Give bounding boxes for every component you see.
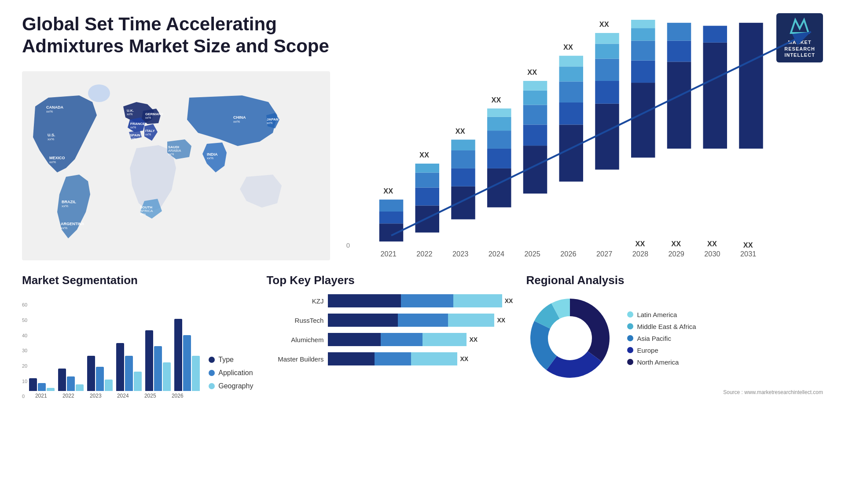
svg-rect-71 (559, 82, 584, 103)
page-container: Global Set Time Accelerating Admixtures … (0, 0, 845, 504)
regional-title: Regional Analysis (526, 274, 823, 287)
svg-text:xx%: xx% (145, 116, 151, 119)
reg-legend-north-america: North America (627, 358, 696, 366)
svg-text:XX: XX (707, 240, 717, 248)
seg-bar-geo-2025 (163, 362, 171, 391)
seg-bar-geo-2024 (134, 372, 142, 391)
legend-item-app: Application (209, 369, 253, 377)
svg-text:xx%: xx% (49, 160, 56, 164)
player-bar-kzj (328, 294, 502, 307)
svg-text:xx%: xx% (207, 156, 213, 160)
bar-2022: XX 2022 (415, 151, 440, 258)
player-bar-wrap-kzj: XX (328, 294, 513, 307)
player-value-russtech: XX (497, 317, 505, 324)
seg-bar-group-2022 (58, 369, 84, 391)
player-row-russtech: RussTech XX (266, 314, 513, 327)
svg-rect-87 (631, 20, 655, 28)
svg-text:2022: 2022 (416, 250, 432, 258)
seg-bar-geo-2022 (76, 384, 84, 391)
player-bar-wrap-russtech: XX (328, 314, 513, 327)
reg-label-asia-pacific: Asia Pacific (637, 335, 671, 342)
player-bar-wrap-alumichem: XX (328, 333, 513, 346)
svg-rect-55 (487, 168, 511, 208)
svg-text:GERMANY: GERMANY (145, 112, 164, 116)
source-text: Source : www.marketresearchintellect.com (526, 389, 823, 395)
svg-text:xx%: xx% (61, 226, 67, 230)
svg-rect-62 (523, 146, 547, 194)
svg-text:AFRICA: AFRICA (140, 209, 153, 213)
svg-rect-39 (379, 212, 404, 223)
reg-label-latin-america: Latin America (637, 311, 677, 318)
svg-text:CHINA: CHINA (233, 115, 246, 120)
svg-text:XX: XX (743, 241, 753, 249)
svg-rect-43 (415, 206, 440, 233)
legend-item-geo: Geography (209, 382, 253, 390)
legend-item-type: Type (209, 356, 253, 364)
svg-text:BRAZIL: BRAZIL (62, 200, 76, 204)
reg-dot-mea (627, 323, 633, 329)
svg-text:CANADA: CANADA (46, 105, 63, 110)
seg-bar-app-2023 (96, 367, 104, 391)
svg-text:2023: 2023 (452, 250, 468, 258)
svg-rect-58 (487, 117, 511, 131)
bar-2026: XX 2026 (559, 43, 584, 258)
svg-rect-90 (667, 62, 691, 149)
player-name-alumichem: Alumichem (266, 336, 323, 343)
svg-rect-73 (559, 56, 584, 67)
svg-rect-59 (487, 109, 511, 117)
svg-text:xx%: xx% (267, 121, 272, 124)
svg-text:2030: 2030 (704, 250, 720, 258)
reg-dot-europe (627, 347, 633, 353)
svg-rect-80 (595, 33, 619, 44)
svg-text:XX: XX (419, 151, 429, 159)
seg-bar-geo-2026 (192, 356, 200, 391)
svg-rect-63 (523, 125, 547, 146)
svg-text:xx%: xx% (168, 153, 174, 156)
seg-bar-group-2025 (145, 330, 171, 391)
bar-2028: XX 2028 (631, 20, 655, 258)
svg-text:2027: 2027 (596, 250, 612, 258)
svg-text:ITALY: ITALY (145, 129, 155, 133)
svg-text:2024: 2024 (489, 250, 504, 258)
svg-text:XX: XX (383, 187, 393, 195)
player-row-master-builders: Master Builders XX (266, 352, 513, 365)
bar-2024: XX 2024 (487, 96, 511, 258)
bar-2029: XX 2029 (667, 23, 691, 258)
svg-rect-78 (595, 59, 619, 81)
svg-rect-91 (667, 41, 691, 62)
seg-bar-app-2021 (38, 383, 46, 391)
bar-2031: XX 2031 (739, 23, 763, 258)
legend-dot-app (209, 370, 215, 376)
svg-text:xx%: xx% (62, 204, 68, 208)
seg-bar-app-2022 (67, 376, 75, 391)
svg-text:2025: 2025 (524, 250, 540, 258)
regional-container: Regional Analysis (526, 274, 823, 399)
seg-bar-type-2026 (174, 319, 182, 391)
seg-bar-app-2026 (183, 335, 191, 391)
player-name-kzj: KZJ (266, 297, 323, 305)
segmentation-legend: Type Application Geography (209, 356, 253, 399)
page-title: Global Set Time Accelerating Admixtures … (22, 13, 330, 58)
seg-bar-group-2023 (87, 356, 113, 391)
svg-text:XX: XX (527, 69, 537, 77)
svg-rect-49 (451, 186, 475, 219)
seg-bars-area: 2021 2022 2023 2024 2025 2026 (29, 294, 200, 399)
svg-rect-56 (487, 149, 511, 168)
seg-bar-app-2024 (125, 356, 133, 391)
svg-text:xx%: xx% (140, 213, 146, 216)
svg-text:ARABIA: ARABIA (168, 149, 181, 153)
svg-text:XX: XX (599, 21, 609, 29)
bar-2027: XX 2027 (595, 21, 619, 258)
player-row-kzj: KZJ XX (266, 294, 513, 307)
svg-rect-64 (523, 105, 547, 125)
key-players-title: Top Key Players (266, 274, 513, 287)
reg-legend-europe: Europe (627, 347, 696, 354)
bar-2025: XX 2025 (523, 69, 547, 258)
svg-text:2029: 2029 (668, 250, 684, 258)
svg-rect-77 (595, 81, 619, 104)
seg-bar-type-2025 (145, 330, 153, 391)
legend-dot-geo (209, 383, 215, 389)
bar-2023: XX 2023 (451, 127, 475, 258)
svg-text:2021: 2021 (380, 250, 396, 258)
segmentation-chart-area: 60 50 40 30 20 10 0 (22, 294, 253, 399)
